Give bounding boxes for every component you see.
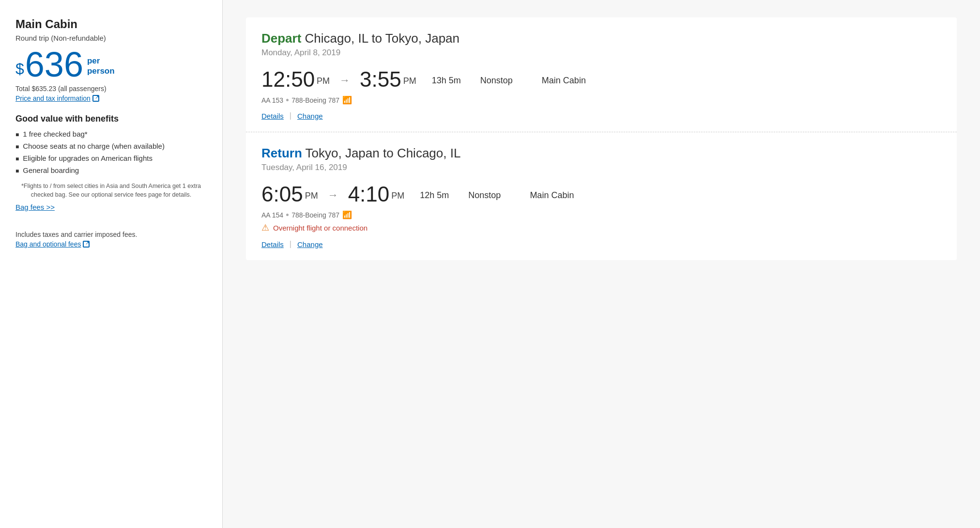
depart-links-row: Details | Change bbox=[261, 111, 941, 120]
left-panel: Main Cabin Round trip (Non-refundable) $… bbox=[0, 0, 223, 528]
depart-flight-info: AA 153 788-Boeing 787 📶 bbox=[261, 95, 941, 105]
return-change-link[interactable]: Change bbox=[297, 240, 323, 248]
bullet-icon: ■ bbox=[15, 131, 19, 138]
benefit-item-1: ■ 1 free checked bag* bbox=[15, 130, 207, 138]
price-amount: 636 bbox=[25, 47, 83, 82]
return-date: Tuesday, April 16, 2019 bbox=[261, 163, 941, 172]
depart-details-link[interactable]: Details bbox=[261, 112, 284, 120]
return-flight-block: Return Tokyo, Japan to Chicago, IL Tuesd… bbox=[246, 132, 957, 260]
arrive-ampm: PM bbox=[403, 76, 416, 86]
arrow-icon: → bbox=[339, 74, 350, 87]
dot-separator-2 bbox=[286, 214, 289, 216]
bullet-icon: ■ bbox=[15, 143, 19, 150]
return-duration: 12h 5m bbox=[420, 190, 449, 201]
overnight-warning-text: Overnight flight or connection bbox=[273, 224, 368, 232]
depart-nonstop: Nonstop bbox=[480, 76, 513, 86]
depart-time: 12:50 bbox=[261, 67, 315, 92]
depart-change-link[interactable]: Change bbox=[297, 112, 323, 120]
return-times-row: 6:05 PM → 4:10 PM 12h 5m Nonstop Main Ca… bbox=[261, 182, 941, 206]
depart-route: Depart Chicago, IL to Tokyo, Japan bbox=[261, 31, 459, 46]
wifi-icon-2: 📶 bbox=[342, 210, 352, 219]
depart-cabin: Main Cabin bbox=[542, 76, 586, 86]
bullet-icon: ■ bbox=[15, 168, 19, 174]
depart-duration: 13h 5m bbox=[432, 76, 461, 86]
arrow-icon-2: → bbox=[328, 189, 338, 202]
footnote-text: *Flights to / from select cities in Asia… bbox=[15, 182, 207, 199]
arrive-time: 3:55 bbox=[360, 67, 401, 92]
benefit-item-4: ■ General boarding bbox=[15, 166, 207, 174]
total-price: Total $635.23 (all passengers) bbox=[15, 85, 207, 93]
trip-type: Round trip (Non-refundable) bbox=[15, 34, 207, 42]
main-container: Main Cabin Round trip (Non-refundable) $… bbox=[0, 0, 980, 528]
return-arrive-time: 4:10 bbox=[348, 182, 390, 206]
pipe-separator: | bbox=[290, 111, 291, 120]
return-links-row: Details | Change bbox=[261, 240, 941, 248]
benefit-item-3: ■ Eligible for upgrades on American flig… bbox=[15, 154, 207, 162]
depart-route-header: Depart Chicago, IL to Tokyo, Japan bbox=[261, 31, 941, 46]
return-depart-time: 6:05 bbox=[261, 182, 303, 206]
per-person: perperson bbox=[87, 56, 115, 76]
return-cabin: Main Cabin bbox=[530, 190, 574, 201]
dot-separator bbox=[286, 99, 289, 101]
depart-flight-number: AA 153 bbox=[261, 96, 283, 104]
right-panel: Depart Chicago, IL to Tokyo, Japan Monda… bbox=[223, 0, 980, 528]
depart-date: Monday, April 8, 2019 bbox=[261, 48, 941, 58]
depart-times-row: 12:50 PM → 3:55 PM 13h 5m Nonstop Main C… bbox=[261, 67, 941, 92]
depart-flight-block: Depart Chicago, IL to Tokyo, Japan Monda… bbox=[246, 17, 957, 132]
return-label: Return bbox=[261, 146, 302, 160]
price-row: $ 636 perperson bbox=[15, 47, 207, 82]
benefit-text-2: Choose seats at no charge (when availabl… bbox=[23, 142, 165, 150]
benefits-title: Good value with benefits bbox=[15, 114, 207, 124]
depart-label: Depart bbox=[261, 31, 301, 46]
external-link-icon bbox=[92, 95, 99, 102]
return-route: Return Tokyo, Japan to Chicago, IL bbox=[261, 146, 460, 160]
return-arrive-ampm: PM bbox=[391, 191, 404, 201]
warning-triangle-icon: ⚠ bbox=[261, 222, 269, 233]
benefit-text-3: Eligible for upgrades on American flight… bbox=[23, 154, 153, 162]
return-details-link[interactable]: Details bbox=[261, 240, 284, 248]
overnight-warning: ⚠ Overnight flight or connection bbox=[261, 222, 941, 233]
price-tax-link[interactable]: Price and tax information bbox=[15, 94, 207, 102]
bullet-icon: ■ bbox=[15, 155, 19, 162]
return-nonstop: Nonstop bbox=[468, 190, 501, 201]
cabin-title: Main Cabin bbox=[15, 17, 207, 31]
depart-aircraft: 788-Boeing 787 bbox=[291, 96, 339, 104]
benefit-text-4: General boarding bbox=[23, 166, 79, 174]
wifi-icon: 📶 bbox=[342, 95, 352, 105]
depart-ampm: PM bbox=[317, 76, 330, 86]
benefit-item-2: ■ Choose seats at no charge (when availa… bbox=[15, 142, 207, 150]
return-aircraft: 788-Boeing 787 bbox=[291, 211, 339, 219]
external-link-icon-2 bbox=[83, 241, 90, 248]
return-flight-number: AA 154 bbox=[261, 211, 283, 219]
bag-fees-link[interactable]: Bag fees >> bbox=[15, 203, 207, 211]
bag-optional-fees-link[interactable]: Bag and optional fees bbox=[15, 240, 207, 248]
dollar-sign: $ bbox=[15, 60, 24, 78]
includes-text: Includes taxes and carrier imposed fees. bbox=[15, 231, 207, 238]
return-route-header: Return Tokyo, Japan to Chicago, IL bbox=[261, 146, 941, 161]
return-depart-ampm: PM bbox=[305, 191, 318, 201]
pipe-separator-2: | bbox=[290, 240, 291, 248]
benefit-text-1: 1 free checked bag* bbox=[23, 130, 87, 138]
return-flight-info: AA 154 788-Boeing 787 📶 bbox=[261, 210, 941, 219]
